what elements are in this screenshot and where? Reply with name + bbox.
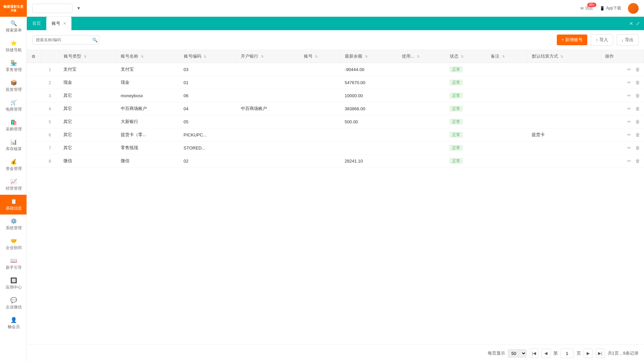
tab-bar-actions: ✕ ⤢ bbox=[629, 21, 644, 26]
row-bank bbox=[237, 63, 300, 76]
export-label: 导出 bbox=[625, 37, 634, 43]
search-button[interactable]: 🔍 bbox=[90, 38, 99, 43]
sidebar-item-ecommerce[interactable]: 🛒 电商管理 bbox=[0, 96, 26, 116]
tab-close-action[interactable]: ✕ bbox=[629, 21, 633, 26]
sidebar-item-search[interactable]: 🔍 搜索菜单 bbox=[0, 17, 26, 37]
edit-icon[interactable]: ✏ bbox=[627, 119, 631, 124]
delete-icon[interactable]: 🗑 bbox=[635, 67, 640, 72]
wechat-icon: 💬 bbox=[10, 297, 17, 303]
sidebar-item-agreement[interactable]: 🤝 企业协同 bbox=[0, 234, 26, 254]
sidebar-item-shortcut[interactable]: ⭐ 快捷导航 bbox=[0, 37, 26, 56]
row-num: 5 bbox=[40, 115, 59, 128]
row-type: 微信 bbox=[59, 155, 116, 168]
edit-icon[interactable]: ✏ bbox=[627, 67, 631, 72]
row-remark bbox=[487, 141, 528, 155]
global-search-input[interactable] bbox=[32, 4, 72, 13]
col-account[interactable]: 账号 ⇅ bbox=[300, 50, 341, 63]
import-button[interactable]: ↑ 导入 bbox=[591, 34, 613, 46]
sidebar-item-label: 批发管理 bbox=[6, 87, 22, 93]
delete-icon[interactable]: 🗑 bbox=[635, 119, 640, 124]
col-remark[interactable]: 备注 ⇅ bbox=[487, 50, 528, 63]
next-page-button[interactable]: ▶ bbox=[584, 349, 593, 358]
header-dropdown[interactable]: ▼ bbox=[76, 6, 81, 11]
row-name: 现金 bbox=[117, 76, 180, 89]
sidebar-item-system[interactable]: ⚙️ 系统管理 bbox=[0, 215, 26, 234]
edit-icon[interactable]: ✏ bbox=[627, 80, 631, 85]
table-row: 8 微信 微信 02 28241.10 正常 ✏ 🗑 bbox=[27, 155, 644, 168]
sidebar-item-guide[interactable]: 📖 新手引导 bbox=[0, 254, 26, 274]
sidebar-item-finance[interactable]: 💰 资金管理 bbox=[0, 155, 26, 175]
prev-page-button[interactable]: ◀ bbox=[541, 349, 551, 358]
row-use bbox=[398, 63, 445, 76]
sidebar-item-wholesale[interactable]: 📦 批发管理 bbox=[0, 76, 26, 96]
row-settings bbox=[27, 76, 40, 89]
row-use bbox=[398, 128, 445, 141]
sidebar-item-member[interactable]: 👤 畅会员 bbox=[0, 313, 26, 333]
delete-icon[interactable]: 🗑 bbox=[635, 145, 640, 150]
last-page-button[interactable]: ▶| bbox=[596, 349, 605, 358]
add-account-button[interactable]: + 新增账号 bbox=[557, 35, 587, 45]
row-bank bbox=[237, 89, 300, 102]
edit-icon[interactable]: ✏ bbox=[627, 145, 631, 150]
search-input[interactable] bbox=[33, 36, 90, 44]
delete-icon[interactable]: 🗑 bbox=[635, 80, 640, 85]
sidebar-item-purchase[interactable]: 🛍️ 采购管理 bbox=[0, 116, 26, 135]
delete-icon[interactable]: 🗑 bbox=[635, 93, 640, 98]
edit-icon[interactable]: ✏ bbox=[627, 106, 631, 111]
sidebar-item-basic[interactable]: 📋 基础信息 bbox=[0, 195, 26, 215]
row-num: 4 bbox=[40, 102, 59, 115]
col-type[interactable]: 账号类型 ⇅ bbox=[59, 50, 116, 63]
col-status[interactable]: 状态 ⇅ bbox=[445, 50, 487, 63]
col-name[interactable]: 账号名称 ⇅ bbox=[117, 50, 180, 63]
row-balance: -90444.00 bbox=[341, 63, 398, 76]
row-type: 现金 bbox=[59, 76, 116, 89]
row-code: 05 bbox=[179, 115, 236, 128]
col-settings[interactable]: ⚙ bbox=[27, 50, 40, 63]
edit-icon[interactable]: ✏ bbox=[627, 132, 631, 137]
col-balance[interactable]: 最新余额 ⇅ bbox=[341, 50, 398, 63]
row-default-pay: 提货卡 bbox=[528, 128, 601, 141]
col-use[interactable]: 使用... ⇅ bbox=[398, 50, 445, 63]
page-input[interactable] bbox=[560, 349, 574, 358]
row-status: 正常 bbox=[445, 102, 487, 115]
row-type: 其它 bbox=[59, 115, 116, 128]
row-status: 正常 bbox=[445, 63, 487, 76]
col-default-pay[interactable]: 默认结算方式 ⇅ bbox=[528, 50, 601, 63]
message-button[interactable]: ✉ 消息 99+ bbox=[580, 5, 593, 11]
sidebar-item-label: 新手引导 bbox=[6, 265, 22, 270]
row-status: 正常 bbox=[445, 115, 487, 128]
sidebar-item-retail[interactable]: 🏪 零售管理 bbox=[0, 56, 26, 76]
sidebar-item-wechat[interactable]: 💬 企业微信 bbox=[0, 294, 26, 313]
edit-icon[interactable]: ✏ bbox=[627, 158, 631, 164]
sidebar-item-appcenter[interactable]: 🔲 应用中心 bbox=[0, 274, 26, 294]
row-account bbox=[300, 115, 341, 128]
page-label: 第 bbox=[553, 350, 558, 356]
row-bank bbox=[237, 115, 300, 128]
edit-icon[interactable]: ✏ bbox=[627, 93, 631, 98]
row-type: 支付宝 bbox=[59, 63, 116, 76]
user-avatar[interactable] bbox=[628, 3, 639, 14]
sidebar-nav: 🔍 搜索菜单 ⭐ 快捷导航 🏪 零售管理 📦 批发管理 🛒 电商管理 🛍️ 采购… bbox=[0, 17, 26, 362]
row-op: ✏ 🗑 bbox=[601, 89, 644, 102]
col-code[interactable]: 账号编码 ⇅ bbox=[179, 50, 236, 63]
search-nav-icon: 🔍 bbox=[10, 20, 17, 26]
col-bank[interactable]: 开户银行 ⇅ bbox=[237, 50, 300, 63]
row-code: 04 bbox=[179, 102, 236, 115]
delete-icon[interactable]: 🗑 bbox=[635, 106, 640, 111]
delete-icon[interactable]: 🗑 bbox=[635, 132, 640, 137]
sidebar-item-operation[interactable]: 📈 经营管理 bbox=[0, 175, 26, 195]
app-download-button[interactable]: 📱 App下载 bbox=[600, 5, 621, 11]
row-account bbox=[300, 102, 341, 115]
row-bank bbox=[237, 141, 300, 155]
tab-close-icon[interactable]: ✕ bbox=[63, 21, 66, 26]
sidebar-item-inventory[interactable]: 📊 库存核算 bbox=[0, 135, 26, 155]
delete-icon[interactable]: 🗑 bbox=[635, 158, 640, 164]
tab-home[interactable]: 首页 bbox=[27, 17, 46, 30]
wholesale-icon: 📦 bbox=[10, 79, 17, 86]
export-button[interactable]: ↓ 导出 bbox=[616, 34, 639, 46]
per-page-select[interactable]: 50 100 200 bbox=[508, 349, 527, 358]
row-num: 6 bbox=[40, 128, 59, 141]
tab-account[interactable]: 账号 ✕ bbox=[46, 17, 71, 30]
tab-fullscreen-action[interactable]: ⤢ bbox=[636, 21, 640, 26]
first-page-button[interactable]: |◀ bbox=[529, 349, 539, 358]
